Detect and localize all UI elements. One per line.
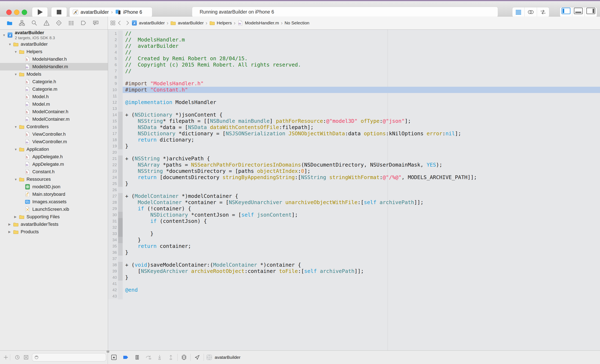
code-text[interactable] (123, 281, 600, 287)
add-button[interactable] (3, 355, 9, 360)
code-line-7[interactable]: 7// (108, 68, 600, 74)
code-text[interactable]: return [documentsDirectory stringByAppen… (123, 174, 600, 181)
line-number[interactable]: 9 (108, 81, 118, 87)
code-text[interactable] (123, 255, 600, 262)
code-text[interactable]: NSDictionary *contentJson = [self jsonCo… (123, 212, 600, 218)
fold-ribbon[interactable] (118, 287, 123, 293)
code-line-38[interactable]: 38+ (void)saveModelContainer:(ModelConta… (108, 262, 600, 268)
line-number[interactable]: 19 (108, 143, 118, 149)
fold-ribbon[interactable] (118, 130, 123, 137)
debug-area-toggle-button[interactable] (572, 7, 585, 17)
code-text[interactable]: return container; (123, 243, 600, 249)
tree-row-model3d-json[interactable]: model3D.json (0, 183, 108, 191)
fold-ribbon[interactable] (118, 93, 123, 99)
scm-status-filter-icon[interactable] (23, 355, 29, 360)
disclosure-triangle[interactable]: ▶ (8, 222, 13, 226)
tree-row-constant-h[interactable]: hConstant.h (0, 168, 108, 175)
line-number[interactable]: 23 (108, 168, 118, 174)
fold-ribbon[interactable] (118, 118, 123, 124)
line-number[interactable]: 40 (108, 274, 118, 281)
code-text[interactable]: if (!container) { (123, 206, 600, 212)
utilities-panel-toggle[interactable] (585, 7, 597, 17)
code-text[interactable]: + (NSDictionary *)jsonContent { (123, 112, 600, 118)
fold-ribbon[interactable] (118, 149, 123, 155)
code-line-1[interactable]: 1// (108, 30, 600, 37)
fold-ribbon[interactable] (118, 274, 123, 281)
code-text[interactable]: NSDictionary *dictionary = [NSJSONSerial… (123, 130, 600, 137)
code-text[interactable]: // ModelsHandler.m (123, 37, 600, 43)
line-number[interactable]: 28 (108, 199, 118, 206)
fold-ribbon[interactable] (118, 37, 123, 43)
line-number[interactable]: 20 (108, 149, 118, 155)
close-window-button[interactable] (6, 9, 12, 15)
tree-row-images-xcassets[interactable]: Images.xcassets (0, 198, 108, 206)
code-line-41[interactable]: 41 (108, 281, 600, 287)
line-number[interactable]: 12 (108, 99, 118, 106)
tree-row-launchscreen-xib[interactable]: LaunchScreen.xib (0, 206, 108, 213)
code-text[interactable]: @end (123, 287, 600, 293)
fold-ribbon[interactable] (118, 268, 123, 274)
code-text[interactable] (123, 149, 600, 155)
fold-ribbon[interactable] (118, 155, 123, 162)
code-text[interactable]: // (123, 49, 600, 55)
tree-row-ressources[interactable]: ▼Ressources (0, 175, 108, 183)
line-number[interactable]: 29 (108, 206, 118, 212)
disclosure-triangle[interactable]: ▼ (0, 33, 7, 37)
line-number[interactable]: 22 (108, 162, 118, 168)
fold-ribbon[interactable] (118, 81, 123, 87)
code-line-17[interactable]: 17 NSDictionary *dictionary = [NSJSONSer… (108, 130, 600, 137)
code-text[interactable]: NSString *documentsDirectory = [paths ob… (123, 168, 600, 174)
line-number[interactable]: 33 (108, 231, 118, 237)
fold-ribbon[interactable] (118, 168, 123, 174)
code-line-24[interactable]: 24 return [documentsDirectory stringByAp… (108, 174, 600, 181)
code-text[interactable]: // (123, 30, 600, 37)
stop-button[interactable] (51, 7, 67, 17)
code-line-13[interactable]: 13 (108, 106, 600, 112)
tree-row-helpers[interactable]: ▼Helpers (0, 48, 108, 55)
fold-ribbon[interactable] (118, 206, 123, 212)
code-text[interactable]: return dictionary; (123, 137, 600, 143)
code-text[interactable]: // (123, 68, 600, 74)
fold-ribbon[interactable] (118, 68, 123, 74)
code-text[interactable]: } (123, 274, 600, 281)
pause-button[interactable] (134, 354, 140, 360)
line-number[interactable]: 1 (108, 30, 118, 37)
code-line-31[interactable]: 31 if (contentJson) { (108, 218, 600, 224)
fold-ribbon[interactable] (118, 143, 123, 149)
fold-ribbon[interactable] (118, 137, 123, 143)
jump-bar-item[interactable]: AavatarBuilder (131, 20, 165, 26)
code-line-26[interactable]: 26 (108, 187, 600, 193)
fold-ribbon[interactable] (118, 55, 123, 62)
jump-bar-item[interactable]: avatarBuilder (170, 20, 204, 26)
tree-row-appdelegate-h[interactable]: hAppDelegate.h (0, 153, 108, 161)
view-hierarchy-button[interactable] (181, 354, 187, 360)
code-line-21[interactable]: 21+ (NSString *)archivePath { (108, 155, 600, 162)
recent-files-filter-icon[interactable] (14, 355, 20, 360)
fold-ribbon[interactable] (118, 174, 123, 181)
tree-row-application[interactable]: ▼Application (0, 146, 108, 153)
standard-editor-button[interactable] (512, 7, 525, 17)
tree-row-avatarbuildertests[interactable]: ▶avatarBuilderTests (0, 221, 108, 228)
simulate-location-button[interactable] (194, 354, 200, 360)
code-line-20[interactable]: 20 (108, 149, 600, 155)
source-editor[interactable]: 1//2// ModelsHandler.m3// avatarBuilder4… (108, 30, 600, 351)
code-text[interactable]: + (ModelContainer *)modelContainer { (123, 193, 600, 199)
disclosure-triangle[interactable]: ▶ (8, 230, 13, 234)
code-line-40[interactable]: 40} (108, 274, 600, 281)
tree-row-project[interactable]: ▼ A avatarBuilder 2 targets, iOS SDK 8.3 (0, 30, 108, 40)
line-number[interactable]: 36 (108, 249, 118, 255)
code-text[interactable] (123, 187, 600, 193)
fold-ribbon[interactable] (118, 74, 123, 81)
fold-ribbon[interactable] (118, 255, 123, 262)
code-line-43[interactable]: 43 (108, 293, 600, 299)
tree-row-modelcontainer-m[interactable]: mModelContainer.m (0, 116, 108, 123)
code-line-32[interactable]: 32 (108, 224, 600, 231)
line-number[interactable]: 13 (108, 106, 118, 112)
fold-ribbon[interactable] (118, 218, 123, 224)
code-text[interactable]: } (123, 231, 600, 237)
code-line-16[interactable]: 16 NSData *data = [NSData dataWithConten… (108, 124, 600, 130)
code-text[interactable]: // avatarBuilder (123, 43, 600, 49)
fold-ribbon[interactable] (118, 243, 123, 249)
code-line-10[interactable]: 10#import "Constant.h" (108, 87, 600, 93)
code-line-2[interactable]: 2// ModelsHandler.m (108, 37, 600, 43)
